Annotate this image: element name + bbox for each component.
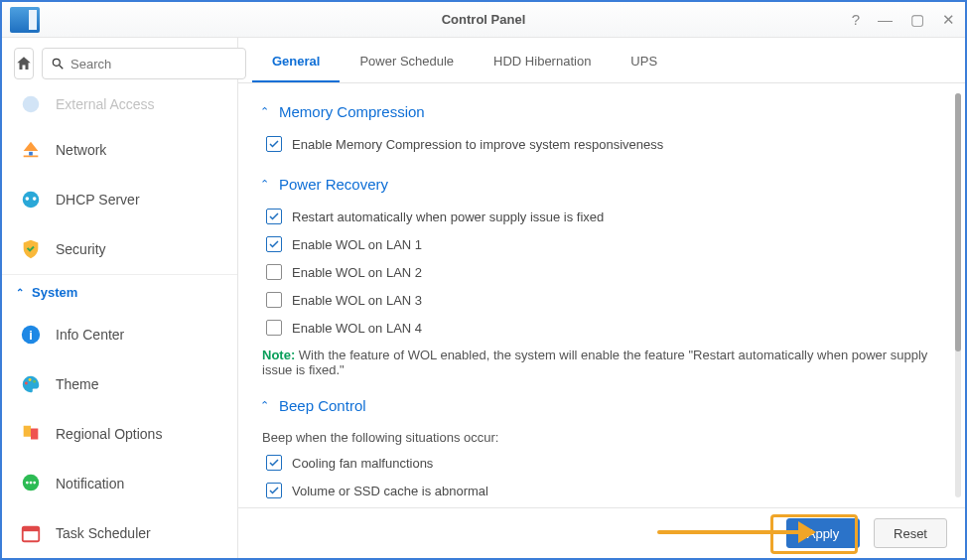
calendar-icon	[20, 522, 42, 544]
section-title: Power Recovery	[279, 176, 388, 193]
tab-ups[interactable]: UPS	[611, 44, 677, 82]
tabs: General Power Schedule HDD Hibernation U…	[238, 38, 965, 83]
sidebar-item-network[interactable]: Network	[2, 125, 237, 175]
sidebar-item-label: DHCP Server	[56, 192, 140, 208]
tab-power-schedule[interactable]: Power Schedule	[340, 44, 474, 82]
checkbox[interactable]	[266, 209, 282, 224]
row-beep-fan[interactable]: Cooling fan malfunctions	[260, 449, 943, 477]
checkbox[interactable]	[266, 136, 282, 152]
svg-point-17	[33, 482, 36, 485]
row-beep-volume[interactable]: Volume or SSD cache is abnormal	[260, 477, 943, 504]
settings-scroll-area[interactable]: ⌃ Memory Compression Enable Memory Compr…	[238, 83, 965, 507]
chat-icon	[20, 473, 42, 494]
home-button[interactable]	[14, 48, 34, 79]
row-enable-memory-compression[interactable]: Enable Memory Compression to improve sys…	[260, 130, 943, 158]
annotation-arrow	[657, 530, 806, 534]
dhcp-icon	[20, 189, 42, 210]
checkbox-label: Enable WOL on LAN 2	[292, 265, 422, 280]
checkbox-label: Restart automatically when power supply …	[292, 210, 604, 224]
sidebar: External Access Network DHCP Server Secu…	[2, 38, 238, 558]
sidebar-item-notification[interactable]: Notification	[2, 459, 237, 508]
sidebar-item-security[interactable]: Security	[2, 224, 237, 274]
sidebar-nav: External Access Network DHCP Server Secu…	[2, 89, 237, 558]
sidebar-item-info-center[interactable]: i Info Center	[2, 310, 237, 359]
sidebar-group-label: System	[32, 285, 77, 300]
wol-note: Note: With the feature of WOL enabled, t…	[260, 342, 943, 379]
svg-point-10	[29, 378, 32, 381]
checkbox-label: Enable Memory Compression to improve sys…	[292, 137, 663, 152]
network-icon	[20, 139, 42, 161]
reset-button[interactable]: Reset	[874, 518, 947, 548]
row-wol-lan1[interactable]: Enable WOL on LAN 1	[260, 230, 943, 258]
note-label: Note:	[262, 348, 295, 362]
sidebar-item-label: Theme	[56, 376, 99, 392]
checkbox-label: Enable WOL on LAN 4	[292, 321, 422, 336]
search-input[interactable]	[70, 57, 237, 71]
titlebar: Control Panel ? ― ▢ ✕	[2, 2, 965, 38]
tab-general[interactable]: General	[252, 44, 340, 82]
sidebar-item-label: Task Scheduler	[56, 525, 151, 541]
svg-rect-13	[31, 429, 38, 440]
svg-point-4	[23, 192, 40, 209]
chevron-up-icon: ⌃	[260, 105, 269, 118]
checkbox[interactable]	[266, 236, 282, 252]
svg-point-9	[25, 382, 28, 385]
svg-text:i: i	[29, 328, 33, 343]
search-icon	[51, 57, 65, 70]
info-icon: i	[20, 324, 42, 346]
sidebar-item-label: Security	[56, 241, 106, 257]
checkbox-label: Cooling fan malfunctions	[292, 456, 433, 471]
sidebar-item-label: External Access	[56, 96, 155, 112]
content-panel: General Power Schedule HDD Hibernation U…	[238, 38, 965, 558]
row-wol-lan2[interactable]: Enable WOL on LAN 2	[260, 258, 943, 286]
flags-icon	[20, 423, 42, 445]
section-power-recovery[interactable]: ⌃ Power Recovery	[260, 176, 943, 193]
svg-point-15	[26, 482, 29, 485]
sidebar-item-dhcp[interactable]: DHCP Server	[2, 175, 237, 224]
sidebar-item-label: Network	[56, 142, 106, 158]
chevron-up-icon: ⌃	[260, 178, 269, 191]
checkbox[interactable]	[266, 455, 282, 471]
svg-point-16	[30, 482, 33, 485]
window-title: Control Panel	[2, 12, 965, 27]
svg-point-2	[23, 96, 40, 113]
svg-rect-3	[29, 152, 33, 156]
footer: Apply Reset	[238, 507, 965, 558]
checkbox-label: Volume or SSD cache is abnormal	[292, 484, 488, 498]
sidebar-group-system[interactable]: ⌃ System	[2, 274, 237, 310]
section-memory-compression[interactable]: ⌃ Memory Compression	[260, 103, 943, 120]
home-icon	[15, 55, 33, 72]
svg-rect-19	[23, 527, 40, 532]
svg-line-1	[60, 66, 64, 70]
scrollbar[interactable]	[955, 93, 961, 497]
checkbox[interactable]	[266, 264, 282, 280]
row-wol-lan4[interactable]: Enable WOL on LAN 4	[260, 314, 943, 342]
checkbox[interactable]	[266, 292, 282, 308]
sidebar-item-label: Regional Options	[56, 426, 162, 442]
palette-icon	[20, 373, 42, 395]
sidebar-item-label: Notification	[56, 476, 124, 491]
checkbox[interactable]	[266, 483, 282, 498]
annotation-arrow-head	[798, 521, 816, 543]
shield-icon	[20, 238, 42, 260]
checkbox-label: Enable WOL on LAN 1	[292, 237, 422, 252]
chevron-up-icon: ⌃	[16, 287, 24, 298]
note-text: With the feature of WOL enabled, the sys…	[262, 348, 927, 377]
search-box[interactable]	[42, 48, 246, 79]
sidebar-item-theme[interactable]: Theme	[2, 359, 237, 409]
tab-hdd-hibernation[interactable]: HDD Hibernation	[474, 44, 611, 82]
sidebar-item-external-access[interactable]: External Access	[2, 89, 237, 125]
sidebar-item-task-scheduler[interactable]: Task Scheduler	[2, 508, 237, 558]
section-beep-control[interactable]: ⌃ Beep Control	[260, 397, 943, 414]
checkbox-label: Enable WOL on LAN 3	[292, 293, 422, 308]
checkbox[interactable]	[266, 320, 282, 336]
row-restart-auto[interactable]: Restart automatically when power supply …	[260, 203, 943, 230]
svg-point-5	[26, 197, 30, 201]
external-access-icon	[20, 93, 42, 115]
sidebar-item-regional[interactable]: Regional Options	[2, 409, 237, 459]
svg-point-11	[33, 380, 36, 383]
section-title: Memory Compression	[279, 103, 425, 120]
svg-rect-12	[24, 426, 31, 437]
scrollbar-thumb[interactable]	[955, 93, 961, 351]
row-wol-lan3[interactable]: Enable WOL on LAN 3	[260, 286, 943, 314]
